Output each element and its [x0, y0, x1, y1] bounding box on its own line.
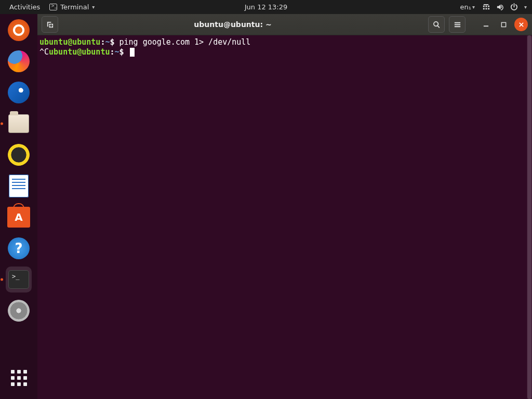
firefox-icon — [8, 50, 30, 72]
dock-item-help[interactable]: ? — [6, 235, 32, 261]
terminal-line: ubuntu@ubuntu:~$ ping google.com 1> /dev… — [39, 37, 530, 47]
user: ubuntu@ubuntu — [49, 47, 110, 57]
hamburger-icon — [454, 21, 461, 29]
terminal-scrollbar[interactable] — [527, 35, 532, 399]
terminal-icon — [49, 4, 57, 10]
dock-item-terminal[interactable] — [6, 267, 32, 292]
terminal-line: ^Cubuntu@ubuntu:~$ — [39, 47, 530, 57]
terminal-viewport[interactable]: ubuntu@ubuntu:~$ ping google.com 1> /dev… — [37, 35, 532, 399]
minimize-icon — [483, 22, 489, 28]
terminal-icon — [8, 270, 29, 289]
window-titlebar[interactable]: ubuntu@ubuntu: ~ — [37, 14, 532, 35]
dock-item-thunderbird[interactable] — [6, 79, 32, 105]
chevron-down-icon: ▾ — [524, 4, 527, 10]
dock-item-files[interactable] — [6, 111, 32, 137]
dollar: $ — [110, 37, 119, 47]
prefix: ^C — [39, 47, 49, 57]
chevron-down-icon: ▾ — [92, 4, 95, 10]
cmd: ping google.com 1> /dev/null — [119, 37, 251, 47]
search-button[interactable] — [428, 16, 445, 33]
dock-item-ubuntu[interactable] — [6, 17, 32, 43]
activities-button[interactable]: Activities — [5, 3, 44, 11]
system-status-area: en₁ ▾ ▾ — [460, 3, 527, 11]
app-menu-label: Terminal — [60, 3, 89, 11]
dock: ? — [0, 14, 37, 399]
disks-icon — [8, 300, 30, 322]
volume-icon — [496, 3, 504, 11]
system-menu[interactable]: ▾ — [482, 3, 527, 11]
clock-label[interactable]: Jun 12 13:29 — [245, 3, 288, 11]
terminal-cursor — [130, 48, 135, 57]
window-title: ubuntu@ubuntu: ~ — [62, 20, 424, 29]
dock-item-disks[interactable] — [6, 298, 32, 324]
path: ~ — [115, 47, 119, 57]
dock-item-firefox[interactable] — [6, 48, 32, 74]
show-applications-button[interactable] — [6, 365, 32, 391]
gnome-top-panel: Activities Terminal ▾ Jun 12 13:29 en₁ ▾… — [0, 0, 532, 14]
dock-item-ubuntu-software[interactable] — [6, 204, 32, 230]
new-tab-icon — [46, 21, 54, 29]
libreoffice-writer-icon — [9, 175, 29, 197]
dollar: $ — [119, 47, 129, 57]
maximize-icon — [501, 22, 507, 28]
hamburger-menu-button[interactable] — [449, 16, 466, 33]
user: ubuntu@ubuntu — [39, 37, 100, 47]
dock-item-rhythmbox[interactable] — [6, 142, 32, 168]
ubuntu-software-icon — [7, 207, 30, 228]
files-icon — [8, 114, 29, 133]
chevron-down-icon: ▾ — [472, 4, 475, 10]
dock-item-libreoffice-writer[interactable] — [6, 173, 32, 199]
svg-rect-1 — [501, 22, 506, 26]
thunderbird-icon — [8, 82, 30, 103]
keyboard-layout-label: en₁ — [460, 3, 471, 11]
window-close-button[interactable] — [514, 18, 528, 31]
terminal-window: ubuntu@ubuntu: ~ ubuntu@ubuntu:~$ ping g… — [37, 14, 532, 399]
power-icon — [510, 3, 518, 11]
svg-rect-0 — [483, 25, 488, 26]
scrollbar-thumb[interactable] — [527, 35, 531, 399]
colon: : — [110, 47, 114, 57]
app-menu-button[interactable]: Terminal ▾ — [44, 3, 100, 11]
close-icon — [518, 22, 524, 28]
keyboard-layout-indicator[interactable]: en₁ ▾ — [460, 3, 474, 11]
ubuntu-icon — [8, 19, 30, 41]
help-icon: ? — [8, 237, 30, 259]
new-tab-button[interactable] — [42, 16, 58, 33]
rhythmbox-icon — [8, 144, 30, 166]
search-icon — [433, 21, 441, 29]
window-maximize-button[interactable] — [497, 18, 510, 31]
network-icon — [482, 3, 490, 11]
desktop: ? ubuntu@ubuntu: ~ — [0, 14, 532, 399]
window-minimize-button[interactable] — [479, 18, 493, 31]
